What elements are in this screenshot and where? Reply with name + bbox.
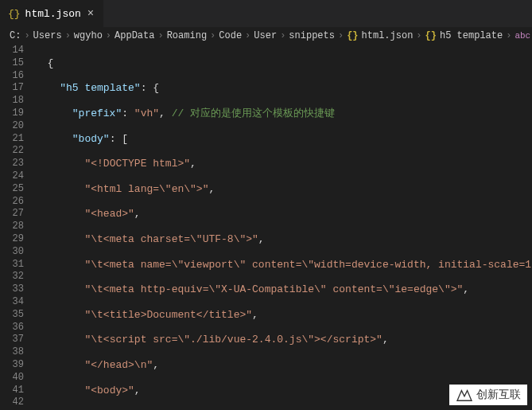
line-number: 16 (0, 70, 24, 83)
code-text: "<!DOCTYPE html>" (84, 158, 190, 170)
code-text: "\t<title>Document</title>" (84, 309, 252, 321)
line-number: 18 (0, 95, 24, 107)
line-number: 24 (0, 170, 24, 183)
chevron-right-icon: › (245, 30, 250, 41)
line-number: 35 (0, 309, 24, 322)
chevron-right-icon: › (24, 30, 29, 41)
line-number: 38 (0, 346, 24, 359)
breadcrumb-symbol[interactable]: h5 template (440, 30, 503, 41)
line-number: 42 (0, 396, 24, 409)
line-number: 19 (0, 107, 24, 120)
chevron-right-icon: › (416, 30, 421, 41)
json-file-icon: {} (347, 30, 358, 41)
chevron-right-icon: › (506, 30, 511, 41)
code-text: "\t<meta charset=\"UTF-8\">" (84, 233, 258, 245)
string-icon: abc (515, 31, 530, 41)
code-text: "vh" (134, 107, 159, 119)
watermark: 创新互联 (449, 385, 527, 405)
watermark-text: 创新互联 (476, 388, 521, 402)
code-text: "<head>" (84, 208, 134, 220)
breadcrumb-file[interactable]: html.json (362, 30, 414, 41)
breadcrumb-part[interactable]: AppData (115, 30, 154, 41)
chevron-right-icon: › (157, 30, 163, 41)
line-number: 40 (0, 372, 24, 385)
code-text: : [ (110, 133, 128, 145)
chevron-right-icon: › (280, 30, 285, 41)
line-number: 27 (0, 208, 24, 221)
line-number: 32 (0, 271, 24, 283)
line-number: 36 (0, 322, 24, 334)
line-number: 20 (0, 120, 24, 133)
chevron-right-icon: › (210, 30, 216, 41)
breadcrumb[interactable]: C: › Users › wgyho › AppData › Roaming ›… (0, 27, 532, 45)
line-number: 29 (0, 233, 24, 246)
code-text: "prefix" (72, 107, 122, 119)
breadcrumb-part[interactable]: Roaming (167, 30, 207, 41)
line-number: 22 (0, 145, 24, 158)
breadcrumb-part[interactable]: Code (219, 30, 242, 41)
breadcrumb-part[interactable]: snippets (289, 30, 335, 41)
line-number: 39 (0, 359, 24, 372)
code-text: "\t<script src=\"./lib/vue-2.4.0.js\"></… (84, 334, 382, 346)
json-file-icon: {} (8, 8, 21, 20)
code-text: "\t<meta name=\"viewport\" content=\"wid… (84, 259, 532, 271)
editor[interactable]: 1415161718192021222324252627282930313233… (0, 45, 532, 410)
close-icon[interactable]: × (86, 7, 95, 20)
logo-icon (456, 388, 473, 402)
tab-label: html.json (25, 8, 81, 20)
code-text: "\t<meta http-equiv=\"X-UA-Compatible\" … (84, 283, 463, 295)
breadcrumb-part[interactable]: Users (33, 30, 62, 41)
breadcrumb-part[interactable]: C: (10, 30, 21, 41)
code-text: { (35, 57, 53, 69)
code-text: "body" (72, 133, 110, 145)
breadcrumb-part[interactable]: User (254, 30, 277, 41)
line-number: 14 (0, 45, 24, 57)
code-comment: // 对应的是使用这个模板的快捷键 (172, 107, 335, 119)
line-number: 28 (0, 221, 24, 233)
line-number: 26 (0, 196, 24, 209)
line-number: 17 (0, 82, 24, 95)
chevron-right-icon: › (338, 30, 344, 41)
line-number: 37 (0, 334, 24, 346)
code-text: "</head>\n" (84, 359, 153, 371)
chevron-right-icon: › (106, 30, 111, 41)
json-object-icon: {} (425, 30, 437, 41)
code-text: "<body>" (84, 385, 134, 396)
tab-bar: {} html.json × (0, 0, 532, 27)
code-text: "<html lang=\"en\">" (84, 183, 208, 195)
breadcrumb-part[interactable]: wgyho (74, 30, 103, 41)
line-number: 25 (0, 183, 24, 196)
code-area[interactable]: { "h5 template": { "prefix": "vh", // 对应… (35, 45, 532, 410)
chevron-right-icon: › (65, 30, 71, 41)
line-number: 23 (0, 158, 24, 170)
tab-html-json[interactable]: {} html.json × (0, 0, 104, 27)
code-text: : { (141, 82, 159, 94)
code-text: "h5 template" (60, 82, 140, 94)
line-gutter: 1415161718192021222324252627282930313233… (0, 45, 35, 410)
line-number: 15 (0, 57, 24, 70)
line-number: 30 (0, 246, 24, 259)
line-number: 21 (0, 133, 24, 146)
line-number: 31 (0, 259, 24, 271)
line-number: 33 (0, 283, 24, 296)
line-number: 34 (0, 296, 24, 309)
line-number: 41 (0, 385, 24, 397)
